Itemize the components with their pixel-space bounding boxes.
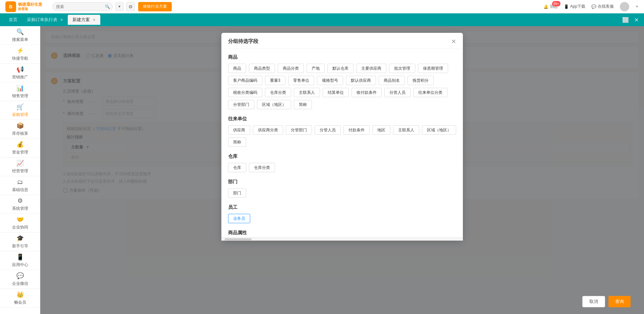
tag-goods-分管部门[interactable]: 分管部门 — [228, 100, 254, 109]
sidebar-item-collab[interactable]: 🤝 企业协同 — [0, 214, 40, 233]
section-goods-attr: 商品属性 属性 颜色 多规格 尺码 鞋码 1 — [228, 230, 456, 237]
sidebar-item-apps[interactable]: 📱 应用中心 — [0, 251, 40, 270]
search-icon: 🔍 — [105, 4, 110, 9]
modal-title: 分组待选字段 — [228, 38, 258, 45]
tab-purchase-exec-close[interactable]: ✕ — [60, 18, 63, 22]
tag-goods-主联系人[interactable]: 主联系人 — [294, 88, 320, 97]
modal-dialog: 分组待选字段 ✕ 商品 商品 商品类型 商品分类 产地 默认仓库 主要供应商 批… — [221, 33, 463, 241]
tag-goods-往来单位分类[interactable]: 往来单位分类 — [413, 88, 447, 97]
sidebar-item-purchase[interactable]: 🛒 采购管理 — [0, 101, 40, 120]
sidebar-item-inventory[interactable]: 📦 库存核算 — [0, 120, 40, 139]
tag-warehouse-仓库[interactable]: 仓库 — [228, 163, 246, 172]
sidebar-item-apps-label: 应用中心 — [12, 262, 28, 268]
modal-body[interactable]: 商品 商品 商品类型 商品分类 产地 默认仓库 主要供应商 批次管理 保质期管理… — [221, 49, 463, 237]
tag-employee-业务员[interactable]: 业务员 — [228, 214, 250, 223]
tag-goods-拣货积分[interactable]: 拣货积分 — [408, 76, 434, 85]
tag-goods-默认仓库[interactable]: 默认仓库 — [327, 64, 354, 73]
section-department: 部门 部门 — [228, 179, 456, 198]
tab-purchase-exec[interactable]: 采购订单执行表 ✕ — [22, 15, 68, 25]
header-gear[interactable]: ⚙ — [126, 2, 135, 11]
tag-goods-商品[interactable]: 商品 — [228, 64, 246, 73]
tag-goods-结算单位[interactable]: 结算单位 — [323, 88, 349, 97]
section-employee-title: 员工 — [228, 204, 456, 210]
chevron-down-icon: ▼ — [118, 5, 121, 8]
tag-partner-供应商分类[interactable]: 供应商分类 — [253, 125, 283, 135]
header-right: 🔔 消息 99+ 📱 App下载 💬 在线客服 ▼ — [543, 2, 639, 11]
modal-close-button[interactable]: ✕ — [451, 39, 456, 45]
tag-partner-分管部门[interactable]: 分管部门 — [286, 125, 312, 135]
sidebar-item-guide[interactable]: 🎓 新手引导 — [0, 233, 40, 251]
sidebar-item-system[interactable]: ⚙ 系统管理 — [0, 195, 40, 214]
finance-icon: 💰 — [16, 141, 24, 148]
tag-goods-规格型号[interactable]: 规格型号 — [317, 76, 343, 85]
tag-partner-简称[interactable]: 简称 — [228, 137, 246, 147]
tab-new-scheme-label: 新建方案 — [72, 17, 90, 23]
sidebar: 🔍 搜索菜单 ⚡ 快捷导航 📢 营销推广 📊 销售管理 🛒 采购管理 📦 库存核… — [0, 26, 40, 314]
tag-goods-仓库分类[interactable]: 仓库分类 — [265, 88, 291, 97]
tag-goods-零售单位[interactable]: 零售单位 — [288, 76, 314, 85]
user-expand-icon[interactable]: ▼ — [635, 5, 639, 8]
notification-item[interactable]: 🔔 消息 99+ — [543, 4, 558, 9]
sidebar-item-finance[interactable]: 💰 资金管理 — [0, 139, 40, 158]
search-input[interactable] — [52, 2, 113, 11]
sidebar-item-wechat-label: 企业微信 — [12, 281, 28, 287]
sidebar-item-wechat[interactable]: 💬 企业微信 — [0, 270, 40, 289]
membership-icon: 👑 — [16, 291, 24, 298]
tag-goods-批次管理[interactable]: 批次管理 — [389, 64, 415, 73]
bell-icon: 🔔 — [543, 4, 548, 9]
confirm-button[interactable]: 查询 — [608, 296, 631, 307]
online-service-item[interactable]: 💬 在线客服 — [591, 4, 614, 9]
cancel-button[interactable]: 取消 — [582, 296, 605, 307]
tag-goods-产地[interactable]: 产地 — [307, 64, 325, 73]
tag-goods-重量3[interactable]: 重量3 — [265, 76, 285, 85]
sidebar-item-search[interactable]: 🔍 搜索菜单 — [0, 26, 40, 45]
tag-goods-商品类型[interactable]: 商品类型 — [249, 64, 275, 73]
sidebar-item-sales[interactable]: 📊 销售管理 — [0, 82, 40, 101]
sidebar-item-shortcut-label: 快捷导航 — [12, 56, 28, 61]
section-warehouse-tags: 仓库 仓库分类 — [228, 163, 456, 172]
tab-new-scheme[interactable]: 新建方案 ✕ — [68, 15, 100, 25]
sidebar-item-shortcut[interactable]: ⚡ 快捷导航 — [0, 45, 40, 64]
modal-hscroll-thumb[interactable] — [225, 238, 252, 240]
modal-overlay: 分组待选字段 ✕ 商品 商品 商品类型 商品分类 产地 默认仓库 主要供应商 批… — [40, 26, 644, 314]
modal-hscroll[interactable] — [221, 237, 463, 241]
tag-goods-默认供应商[interactable]: 默认供应商 — [346, 76, 376, 85]
tag-goods-简称[interactable]: 简称 — [294, 100, 312, 109]
tag-goods-保质期管理[interactable]: 保质期管理 — [418, 64, 448, 73]
app-download-item[interactable]: 📱 App下载 — [564, 4, 585, 9]
tag-goods-商品分类[interactable]: 商品分类 — [278, 64, 304, 73]
modal-header: 分组待选字段 ✕ — [221, 33, 463, 49]
tab-close-icon[interactable]: ✕ — [633, 16, 640, 24]
tag-partner-供应商[interactable]: 供应商 — [228, 125, 250, 135]
tag-goods-税收分类编码[interactable]: 税收分类编码 — [228, 88, 262, 97]
sidebar-item-operations[interactable]: 📈 经营管理 — [0, 158, 40, 176]
tag-partner-区域地区[interactable]: 区域（地区） — [422, 125, 456, 135]
tab-restore-icon[interactable]: ⬜ — [621, 16, 630, 24]
tag-department-部门[interactable]: 部门 — [228, 188, 246, 198]
header-dropdown[interactable]: ▼ — [115, 2, 123, 11]
tag-goods-主要供应商[interactable]: 主要供应商 — [356, 64, 386, 73]
tag-goods-商品别名[interactable]: 商品别名 — [379, 76, 405, 85]
header-search[interactable]: 🔍 — [52, 2, 113, 11]
tag-partner-付款条件[interactable]: 付款条件 — [343, 125, 370, 135]
tag-goods-收付款条件[interactable]: 收付款条件 — [352, 88, 382, 97]
collab-icon: 🤝 — [16, 216, 24, 223]
tag-partner-地区[interactable]: 地区 — [372, 125, 390, 135]
tag-partner-主联系人[interactable]: 主联系人 — [393, 125, 419, 135]
sidebar-item-marketing[interactable]: 📢 营销推广 — [0, 64, 40, 82]
tab-home[interactable]: 首页 — [4, 15, 22, 25]
sidebar-item-membership[interactable]: 👑 畅会员 — [0, 289, 40, 308]
experience-btn[interactable]: 体验行业方案 — [138, 2, 172, 11]
tag-warehouse-仓库分类[interactable]: 仓库分类 — [249, 163, 275, 172]
tab-bar: 首页 采购订单执行表 ✕ 新建方案 ✕ ⬜ ✕ — [0, 13, 644, 26]
tab-bar-right: ⬜ ✕ — [621, 16, 640, 24]
tab-new-scheme-close[interactable]: ✕ — [93, 18, 96, 22]
tag-goods-分管人员[interactable]: 分管人员 — [384, 88, 411, 97]
notification-badge: 99+ — [552, 1, 560, 6]
sidebar-item-basic[interactable]: 🗂 基础信息 — [0, 176, 40, 195]
tag-partner-分管人员[interactable]: 分管人员 — [315, 125, 341, 135]
tag-goods-区域地区[interactable]: 区域（地区） — [257, 100, 291, 109]
avatar[interactable] — [620, 2, 629, 11]
tag-goods-客户商品编码[interactable]: 客户商品编码 — [228, 76, 262, 85]
sidebar-item-finance-label: 资金管理 — [12, 149, 28, 155]
